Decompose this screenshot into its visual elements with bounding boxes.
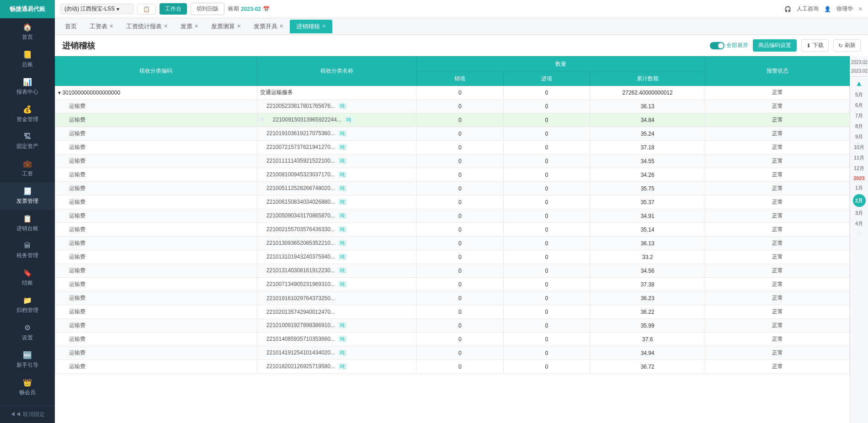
refresh-button[interactable]: ↻ 刷新 (833, 39, 861, 52)
archive-icon: 📁 (23, 296, 32, 305)
month-4[interactable]: 4月 (850, 218, 868, 229)
sidebar-item-settlement[interactable]: 🔖 结账 (0, 264, 55, 291)
table-row[interactable]: 运输费 221007215737621941270... 吨 0 0 37.18… (55, 141, 850, 154)
table-row[interactable]: 运输费 221002155703576436330... 吨 0 0 35.14… (55, 223, 850, 237)
month-10[interactable]: 10月 (850, 142, 868, 153)
row-code: 📄 221009150313965922244... 吨 (257, 113, 416, 127)
row-name: 运输费 (55, 113, 257, 127)
app-logo: 畅捷通易代账 (0, 0, 55, 18)
tab-salary-stat-close[interactable]: ✕ (164, 23, 168, 29)
expand-all-toggle[interactable]: 全部展开 (710, 42, 748, 49)
row-name: 运输费 (55, 305, 257, 319)
calendar-icon[interactable]: 📅 (263, 6, 270, 12)
table-row[interactable]: 运输费 221020135742940012470... 0 0 36.22 正… (55, 305, 850, 319)
copy-button[interactable]: 📋 (137, 4, 156, 15)
month-1[interactable]: 1月 (850, 183, 868, 193)
sidebar-item-invoice[interactable]: 🧾 发票管理 (0, 182, 55, 210)
month-12[interactable]: 12月 (850, 163, 868, 174)
support-label[interactable]: 人工咨询 (797, 5, 819, 13)
tab-sales-check-close[interactable]: ✕ (322, 23, 326, 29)
table-row-parent[interactable]: ▾ 3010000000000000000 交通运输服务 0 0 27262.4… (55, 86, 850, 100)
sidebar-item-member[interactable]: 👑 畅会员 (0, 374, 55, 401)
switch-version-button[interactable]: 切到旧版 (191, 3, 224, 15)
year-2023[interactable]: 2023 (850, 174, 868, 183)
month-8[interactable]: 8月 (850, 121, 868, 132)
row-cumulative: 33.2 (590, 250, 705, 264)
sidebar-item-guide[interactable]: 🆕 新手引导 (0, 346, 55, 374)
company-selector[interactable]: (勿动) 江西报宝-LSS ▾ (60, 4, 133, 14)
table-row[interactable]: 运输费 📄 221009150313965922244... 吨 0 0 34.… (55, 113, 850, 127)
row-cumulative: 36.13 (590, 237, 705, 250)
table-row[interactable]: 运输费 221008100945323037170... 吨 0 0 34.26… (55, 168, 850, 182)
month-6[interactable]: 6月 (850, 100, 868, 111)
tab-salary[interactable]: 工资表 ✕ (83, 20, 120, 33)
product-code-button[interactable]: 商品编码设置 (753, 39, 797, 52)
sidebar-item-tax[interactable]: 🏛 税务管理 (0, 237, 55, 264)
month-3[interactable]: 3月 (850, 208, 868, 218)
month-11[interactable]: 11月 (850, 153, 868, 163)
content-actions: 全部展开 商品编码设置 ⬇ 下载 ↻ 刷新 (710, 39, 861, 52)
table-row[interactable]: 运输费 221014191254101434020... 吨 0 0 34.94… (55, 346, 850, 360)
month-5[interactable]: 5月 (850, 90, 868, 100)
pin-toggle[interactable]: ◀◀ 取消固定 (0, 406, 55, 423)
table-row[interactable]: 运输费 221007134905231969310... 吨 0 0 37.38… (55, 278, 850, 291)
row-status: 正常 (705, 291, 850, 305)
sidebar-item-home[interactable]: 🏠 首页 (0, 18, 55, 46)
user-label[interactable]: 徐瑾华 (836, 5, 853, 13)
invoice-icon: 🧾 (23, 187, 32, 196)
right-panel-year2: 2023.02 (850, 67, 868, 75)
table-row[interactable]: 运输费 221006150834034026880... 吨 0 0 35.37… (55, 196, 850, 209)
month-9[interactable]: 9月 (850, 132, 868, 142)
sidebar-item-label: 畅会员 (19, 389, 36, 397)
toggle-switch[interactable] (710, 42, 724, 49)
table-row[interactable]: 运输费 221005112528266748020... 吨 0 0 35.75… (55, 182, 850, 196)
row-name: 运输费 (55, 237, 257, 250)
capital-icon: 💰 (23, 105, 32, 114)
sidebar-item-capital[interactable]: 💰 资金管理 (0, 100, 55, 128)
month-7[interactable]: 7月 (850, 111, 868, 121)
tab-invoice-calc[interactable]: 发票测算 ✕ (205, 20, 247, 33)
row-code: 221005090343170865870... 吨 (257, 209, 416, 223)
row-name: 运输费 (55, 346, 257, 360)
close-button[interactable]: × (858, 5, 863, 13)
download-button[interactable]: ⬇ 下载 (801, 39, 829, 52)
tab-salary-close[interactable]: ✕ (109, 23, 113, 29)
row-code: 221018202126925719580... 吨 (257, 360, 416, 374)
workspace-button[interactable]: 工作台 (160, 3, 187, 15)
month-2[interactable]: 2月 (853, 194, 866, 207)
table-row[interactable]: 运输费 221013101943240375940... 吨 0 0 33.2 … (55, 250, 850, 264)
sidebar-item-fixed[interactable]: 🏗 固定资产 (0, 128, 55, 155)
sidebar-item-salary[interactable]: 💼 工资 (0, 155, 55, 182)
tab-invoice-close[interactable]: ✕ (194, 23, 198, 29)
sidebar-item-settings[interactable]: ⚙ 设置 (0, 319, 55, 346)
th-sales: 销项 (417, 72, 503, 86)
row-purchase: 0 (503, 127, 590, 141)
table-row[interactable]: 运输费 221005090343170865870... 吨 0 0 34.91… (55, 209, 850, 223)
table-row[interactable]: 运输费 221014085935710353660... 吨 0 0 37.6 … (55, 333, 850, 346)
tab-invoice-open[interactable]: 发票开具 ✕ (247, 20, 290, 33)
table-row[interactable]: 运输费 221019161029764373250... 0 0 36.23 正… (55, 291, 850, 305)
tab-home[interactable]: 首页 (59, 20, 83, 33)
th-purchase: 进项 (503, 72, 590, 86)
table-row[interactable]: 运输费 221013140308161912230... 吨 0 0 34.56… (55, 264, 850, 278)
table-row[interactable]: 运输费 221010091927898386910... 吨 0 0 35.99… (55, 319, 850, 333)
sidebar-item-report[interactable]: 📊 报表中心 (0, 73, 55, 100)
table-row[interactable]: 运输费 221011111435921522100... 吨 0 0 34.55… (55, 154, 850, 168)
table-row[interactable]: 运输费 221005233817801765676... 吨 0 0 36.13… (55, 100, 850, 113)
right-panel-up-arrow[interactable]: ▲ (850, 78, 868, 90)
table-row[interactable]: 运输费 221019103619217075360... 吨 0 0 35.24… (55, 127, 850, 141)
row-purchase: 0 (503, 278, 590, 291)
tab-invoice[interactable]: 发票 ✕ (174, 20, 205, 33)
sidebar-item-label: 设置 (22, 334, 33, 342)
tab-salary-stat[interactable]: 工资统计报表 ✕ (120, 20, 174, 33)
sidebar-item-ledger[interactable]: 📒 总账 (0, 46, 55, 73)
tab-invoice-open-close[interactable]: ✕ (279, 23, 283, 29)
sidebar-item-archive[interactable]: 📁 归档管理 (0, 291, 55, 319)
tab-invoice-calc-close[interactable]: ✕ (237, 23, 241, 29)
table-row[interactable]: 运输费 221018202126925719580... 吨 0 0 36.72… (55, 360, 850, 374)
sidebar-item-sales[interactable]: 📋 进销台账 (0, 210, 55, 237)
tab-sales-check[interactable]: 进销稽核 ✕ (290, 20, 332, 33)
heart-icon[interactable]: ♡ (850, 229, 868, 240)
table-row[interactable]: 运输费 221013093652085352210... 吨 0 0 36.13… (55, 237, 850, 250)
row-sales: 0 (417, 360, 503, 374)
